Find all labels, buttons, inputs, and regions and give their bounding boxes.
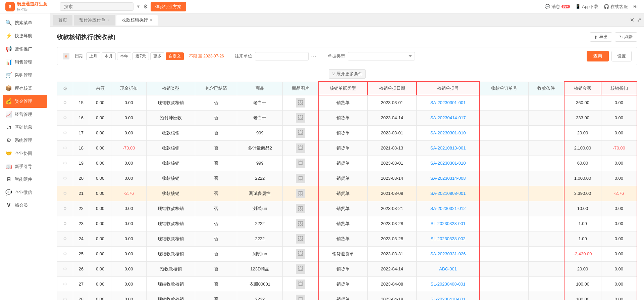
cell-verify-bill-no[interactable]: SL-20230328-002 [417,231,480,246]
row-settings-icon[interactable]: ⚙ [63,130,67,135]
sidebar-item-basic-info[interactable]: 🗂 基础信息 [0,121,50,134]
cell-settings[interactable]: ⚙ [57,246,73,261]
online-service-link[interactable]: 🎧 在线客服 [604,4,628,10]
cell-settings[interactable]: ⚙ [57,201,73,216]
notification-area[interactable]: 💬 消息 99+ [545,4,570,10]
cell-settings[interactable]: ⚙ [57,125,73,140]
cell-verify-bill-no[interactable]: SA-20230321-012 [417,201,480,216]
filter-date-last-month[interactable]: 上月 [86,52,100,60]
sidebar-item-search[interactable]: 🔍 搜索菜单 [0,16,50,29]
cell-settings[interactable]: ⚙ [57,95,73,110]
cell-verify-bill-no[interactable]: SA-20230414-017 [417,110,480,125]
verify-bill-no-link[interactable]: SA-20230301-010 [430,161,466,166]
sidebar-item-wechat[interactable]: 💬 企业微信 [0,186,50,199]
cell-settings[interactable]: ⚙ [57,110,73,125]
verify-bill-no-link[interactable]: SA-20230314-008 [430,176,466,181]
cell-verify-bill-no[interactable]: SA-20230301-001 [417,95,480,110]
cell-verify-bill-no[interactable]: SA-20230331-026 [417,246,480,261]
sidebar-item-management[interactable]: 📈 经营管理 [0,108,50,121]
verify-bill-no-link[interactable]: SA-20210813-001 [430,145,466,151]
search-input[interactable] [60,2,133,11]
sidebar-item-inventory[interactable]: 📦 库存核算 [0,82,50,95]
filter-expand-button[interactable]: » [63,53,69,59]
expand-more-button[interactable]: ∨ 展开更多条件 [329,69,366,79]
verify-bill-no-link[interactable]: SA-20230321-012 [430,206,466,211]
settings-icon[interactable]: ⚙ [143,3,148,10]
cell-verify-bill-no[interactable]: SA-20230301-010 [417,156,480,171]
filter-type-select[interactable] [348,52,415,60]
tab-receipt-close[interactable]: × [150,18,152,23]
tab-prepaid-close[interactable]: × [107,18,110,23]
sidebar-item-marketing[interactable]: 📢 营销推广 [0,42,50,55]
cell-verify-bill-no[interactable]: SL-20230408-001 [417,276,480,292]
row-settings-icon[interactable]: ⚙ [63,115,67,120]
refresh-button[interactable]: ↻ 刷新 [615,32,637,42]
cell-verify-bill-no[interactable]: SL-20230418-001 [417,292,480,300]
cell-settings[interactable]: ⚙ [57,231,73,246]
row-settings-icon[interactable]: ⚙ [63,100,67,105]
tab-maximize-button[interactable]: ⤢ [637,17,641,23]
row-settings-icon[interactable]: ⚙ [63,145,67,151]
verify-bill-no-link[interactable]: SL-20230418-001 [431,297,466,300]
cell-settings[interactable]: ⚙ [57,140,73,156]
cell-verify-bill-no[interactable]: SA-20210808-001 [417,186,480,201]
app-download-link[interactable]: 📱 App下载 [575,4,598,10]
row-settings-icon[interactable]: ⚙ [63,282,67,287]
row-settings-icon[interactable]: ⚙ [63,206,67,211]
sidebar-item-enterprise-collab[interactable]: 🤝 企业协同 [0,147,50,160]
export-button[interactable]: ⬆ 导出 [590,32,612,42]
tab-close-all-button[interactable]: ✕ [630,17,634,23]
cell-settings[interactable]: ⚙ [57,292,73,300]
row-settings-icon[interactable]: ⚙ [63,236,67,241]
verify-bill-no-link[interactable]: SA-20230301-001 [430,100,466,105]
cell-verify-bill-no[interactable]: SA-20210813-001 [417,140,480,156]
cell-verify-bill-no[interactable]: SA-20230301-010 [417,125,480,140]
row-settings-icon[interactable]: ⚙ [63,297,67,300]
filter-date-7days[interactable]: 近7天 [132,52,149,60]
verify-bill-no-link[interactable]: SA-20230414-017 [430,115,466,120]
cell-settings[interactable]: ⚙ [57,261,73,276]
verify-bill-no-link[interactable]: SA-20230301-010 [430,130,466,135]
user-name[interactable]: Rit [633,4,639,9]
cell-verify-bill-no[interactable]: SL-20230328-001 [417,216,480,231]
row-settings-icon[interactable]: ⚙ [63,221,67,226]
sidebar-item-finance[interactable]: 💰 资金管理 [3,95,47,108]
row-settings-icon[interactable]: ⚙ [63,266,67,271]
cell-verify-bill-no[interactable]: ABC-001 [417,261,480,276]
cell-settings[interactable]: ⚙ [57,156,73,171]
industry-solution-button[interactable]: 体验行业方案 [151,2,186,11]
verify-bill-no-link[interactable]: SL-20230408-001 [431,282,466,287]
filter-date-this-month[interactable]: 本月 [102,52,116,60]
sidebar-item-quick-nav[interactable]: ⚡ 快捷导航 [0,29,50,42]
sidebar-item-hardware[interactable]: 🖥 智能硬件 [0,173,50,186]
verify-bill-no-link[interactable]: SA-20230331-026 [430,251,466,256]
col-settings[interactable]: ⚙ [57,82,73,95]
sidebar-item-member[interactable]: V 畅会员 [0,199,50,212]
filter-setting-button[interactable]: 设置 [611,51,632,61]
row-settings-icon[interactable]: ⚙ [63,161,67,166]
sidebar-item-system[interactable]: ⚙ 系统管理 [0,134,50,147]
filter-unit-input[interactable] [255,52,309,60]
tab-receipt[interactable]: 收款核销执行 × [116,15,158,26]
tab-home[interactable]: 首页 [53,15,72,26]
cell-settings[interactable]: ⚙ [57,216,73,231]
cell-settings[interactable]: ⚙ [57,276,73,292]
verify-bill-no-link[interactable]: SL-20230328-002 [431,236,466,241]
cell-verify-bill-no[interactable]: SA-20230314-008 [417,171,480,186]
sidebar-item-sales[interactable]: 📊 销售管理 [0,55,50,69]
verify-bill-no-link[interactable]: ABC-001 [439,266,457,271]
row-settings-icon[interactable]: ⚙ [63,191,67,196]
filter-date-this-year[interactable]: 本年 [117,52,131,60]
verify-bill-no-link[interactable]: SA-20210808-001 [430,191,466,196]
sidebar-item-beginner[interactable]: 📖 新手引导 [0,160,50,173]
filter-date-more[interactable]: 更多 [150,52,164,60]
filter-date-custom[interactable]: 自定义 [166,52,184,60]
row-settings-icon[interactable]: ⚙ [63,251,67,256]
row-settings-icon[interactable]: ⚙ [63,176,67,181]
cell-settings[interactable]: ⚙ [57,171,73,186]
verify-bill-no-link[interactable]: SL-20230328-001 [431,221,466,226]
query-button[interactable]: 查询 [587,51,609,61]
cell-settings[interactable]: ⚙ [57,186,73,201]
tab-prepaid[interactable]: 预付冲应付单 × [74,15,115,26]
sidebar-item-purchase[interactable]: 🛒 采购管理 [0,69,50,82]
